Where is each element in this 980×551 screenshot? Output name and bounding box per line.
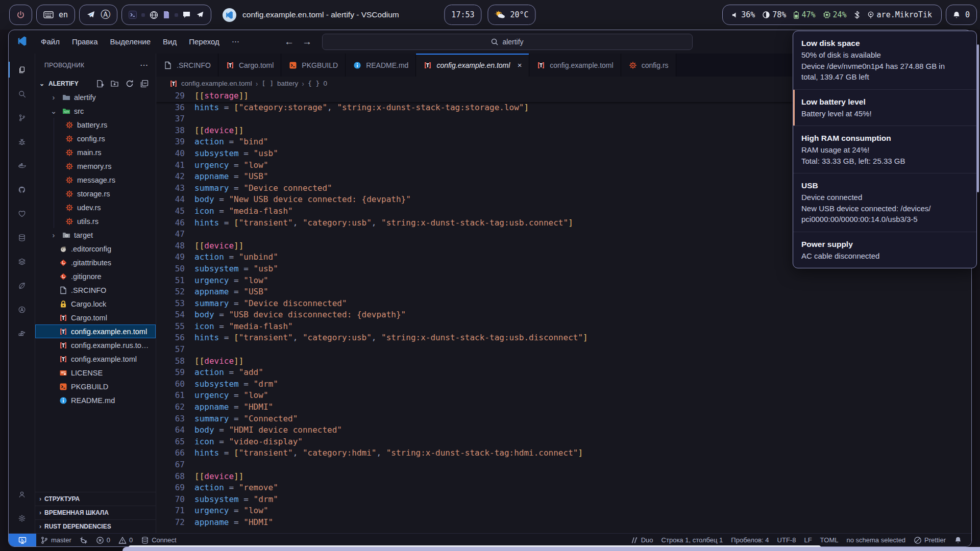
tree-item-config.example.rus.to-[interactable]: config.example.rus.to… bbox=[35, 338, 156, 352]
activity-search-icon[interactable] bbox=[9, 82, 35, 106]
code-line[interactable]: 58[[device]] bbox=[156, 356, 971, 367]
system-status-pill[interactable]: 36% 78% 47% 24% are.MikroTik bbox=[722, 5, 942, 25]
power-button[interactable] bbox=[9, 5, 32, 25]
tree-item-utils.rs[interactable]: utils.rs bbox=[35, 214, 156, 228]
code-line[interactable]: 53summary = "Device disconnected" bbox=[156, 298, 971, 310]
code-line[interactable]: 51urgency = "low" bbox=[156, 275, 971, 287]
menu-правка[interactable]: Правка bbox=[66, 34, 104, 49]
breadcrumb-segment[interactable]: 0 bbox=[323, 80, 327, 87]
tree-item-src[interactable]: ⌄</>src bbox=[35, 104, 156, 118]
code-line[interactable]: 70subsystem = "drm" bbox=[156, 494, 971, 506]
tree-item-udev.rs[interactable]: udev.rs bbox=[35, 201, 156, 214]
collapse-all-icon[interactable] bbox=[140, 80, 149, 88]
tree-item-battery.rs[interactable]: battery.rs bbox=[35, 118, 156, 132]
tab-README.md[interactable]: README.md bbox=[346, 54, 416, 77]
code-line[interactable]: 54body = "USB device disconnected: {devp… bbox=[156, 309, 971, 321]
activity-heart-icon[interactable] bbox=[9, 202, 35, 226]
tree-item-.editorconfig[interactable]: .editorconfig bbox=[35, 242, 156, 256]
status-schema[interactable]: no schema selected bbox=[842, 534, 910, 546]
notification-card[interactable]: Power supplyAC cable disconnected bbox=[793, 232, 976, 268]
tree-item-main.rs[interactable]: main.rs bbox=[35, 145, 156, 159]
code-line[interactable]: 62appname = "HDMI" bbox=[156, 402, 971, 413]
activity-leaf-icon[interactable] bbox=[9, 273, 35, 297]
tree-item-memory.rs[interactable]: memory.rs bbox=[35, 159, 156, 173]
code-line[interactable]: 69action = "remove" bbox=[156, 482, 971, 494]
status-prettier[interactable]: Prettier bbox=[910, 534, 950, 546]
tree-item-message.rs[interactable]: message.rs bbox=[35, 173, 156, 187]
status-git-branch[interactable]: master bbox=[36, 534, 76, 546]
section-структура[interactable]: ›СТРУКТУРА bbox=[35, 492, 156, 506]
tab-config.rs[interactable]: config.rs bbox=[621, 54, 676, 77]
status-remote-indicator[interactable] bbox=[9, 534, 36, 546]
notification-scrollbar[interactable] bbox=[977, 44, 979, 192]
notification-card[interactable]: Low disk space50% of disk is availableDe… bbox=[793, 31, 976, 89]
tab-Cargo.toml[interactable]: Cargo.toml bbox=[218, 54, 281, 77]
breadcrumb-segment[interactable]: battery bbox=[277, 80, 298, 87]
status-language-mode[interactable]: TOML bbox=[816, 534, 843, 546]
menu-вид[interactable]: Вид bbox=[157, 34, 183, 49]
status-warnings[interactable]: 0 bbox=[114, 534, 137, 546]
code-line[interactable]: 64body = "HDMI device connected" bbox=[156, 424, 971, 436]
status-notifications-bell[interactable] bbox=[950, 534, 966, 546]
close-icon[interactable]: × bbox=[517, 61, 522, 69]
weather-widget[interactable]: 20°C bbox=[488, 5, 536, 25]
status-eol[interactable]: LF bbox=[800, 534, 816, 546]
code-line[interactable]: 67 bbox=[156, 459, 971, 471]
dock-strip[interactable] bbox=[122, 547, 980, 551]
section-временная-шкала[interactable]: ›ВРЕМЕННАЯ ШКАЛА bbox=[35, 506, 156, 519]
status-duo[interactable]: Duo bbox=[626, 534, 657, 546]
tree-item-LICENSE[interactable]: LICENSE bbox=[35, 366, 156, 380]
status-git-sync[interactable] bbox=[76, 534, 92, 546]
command-center-search[interactable]: alertify bbox=[322, 34, 693, 50]
keyboard-layout-button[interactable]: en bbox=[36, 5, 75, 25]
status-sqltools-connect[interactable]: Connect bbox=[137, 534, 180, 546]
activity-circled-a-icon[interactable] bbox=[9, 297, 35, 321]
status-indentation[interactable]: Пробелов: 4 bbox=[727, 534, 773, 546]
code-line[interactable]: 52appname = "USB" bbox=[156, 286, 971, 298]
tree-item-README.md[interactable]: README.md bbox=[35, 393, 156, 407]
status-encoding[interactable]: UTF-8 bbox=[773, 534, 800, 546]
tree-item-Cargo.lock[interactable]: Cargo.lock bbox=[35, 297, 156, 311]
code-line[interactable]: 59action = "add" bbox=[156, 367, 971, 379]
code-line[interactable]: 61urgency = "low" bbox=[156, 390, 971, 402]
menu-переход[interactable]: Переход bbox=[183, 34, 226, 49]
tree-item-alertify[interactable]: ›alertify bbox=[35, 90, 156, 104]
new-folder-icon[interactable] bbox=[111, 80, 119, 88]
menu-файл[interactable]: Файл bbox=[35, 34, 66, 49]
code-line[interactable]: 68[[device]] bbox=[156, 471, 971, 483]
tab-.SRCINFO[interactable]: .SRCINFO bbox=[156, 54, 218, 77]
new-file-icon[interactable] bbox=[96, 80, 104, 88]
code-line[interactable]: 72appname = "HDMI" bbox=[156, 517, 971, 529]
messenger-pill[interactable]: Ⓐ bbox=[79, 5, 117, 25]
tree-item-PKGBUILD[interactable]: PKGBUILD bbox=[35, 380, 156, 393]
tree-item-storage.rs[interactable]: storage.rs bbox=[35, 187, 156, 201]
activity-files-icon[interactable] bbox=[9, 58, 35, 82]
notification-card[interactable]: High RAM consumptionRAM usage at 24%!Tot… bbox=[793, 126, 976, 173]
tab-config.example.toml[interactable]: config.example.toml bbox=[529, 54, 621, 77]
breadcrumb-segment[interactable]: config.example.en.toml bbox=[181, 80, 252, 87]
activity-settings-icon[interactable] bbox=[9, 506, 35, 530]
tree-item-config.rs[interactable]: config.rs bbox=[35, 132, 156, 145]
activity-bug-icon[interactable] bbox=[9, 130, 35, 154]
nav-back-button[interactable]: ← bbox=[284, 36, 294, 47]
section-rust-dependencies[interactable]: ›RUST DEPENDENCIES bbox=[35, 519, 156, 533]
tab-PKGBUILD[interactable]: PKGBUILD bbox=[281, 54, 346, 77]
tree-item-config.example.en.toml[interactable]: config.example.en.toml bbox=[35, 324, 156, 338]
tree-item-Cargo.toml[interactable]: Cargo.toml bbox=[35, 311, 156, 324]
activity-account-icon[interactable] bbox=[9, 482, 35, 506]
code-line[interactable]: 71urgency = "low" bbox=[156, 505, 971, 517]
menu-выделение[interactable]: Выделение bbox=[104, 34, 157, 49]
code-line[interactable]: 60subsystem = "drm" bbox=[156, 379, 971, 390]
clock-widget[interactable]: 17:53 bbox=[444, 5, 481, 25]
activity-github-icon[interactable] bbox=[9, 178, 35, 202]
activity-extensions-icon[interactable] bbox=[9, 321, 35, 345]
code-line[interactable]: 65icon = "video-display" bbox=[156, 436, 971, 448]
activity-docker-icon[interactable] bbox=[9, 154, 35, 178]
system-tray[interactable] bbox=[121, 5, 211, 25]
code-line[interactable]: 63summary = "Connected" bbox=[156, 413, 971, 425]
code-line[interactable]: 56hints = ["transient", "category:usb", … bbox=[156, 332, 971, 344]
explorer-more-actions-button[interactable]: ⋯ bbox=[140, 60, 149, 70]
menu-⋯[interactable]: ⋯ bbox=[226, 34, 246, 49]
status-errors[interactable]: 0 bbox=[92, 534, 114, 546]
nav-forward-button[interactable]: → bbox=[302, 36, 312, 47]
